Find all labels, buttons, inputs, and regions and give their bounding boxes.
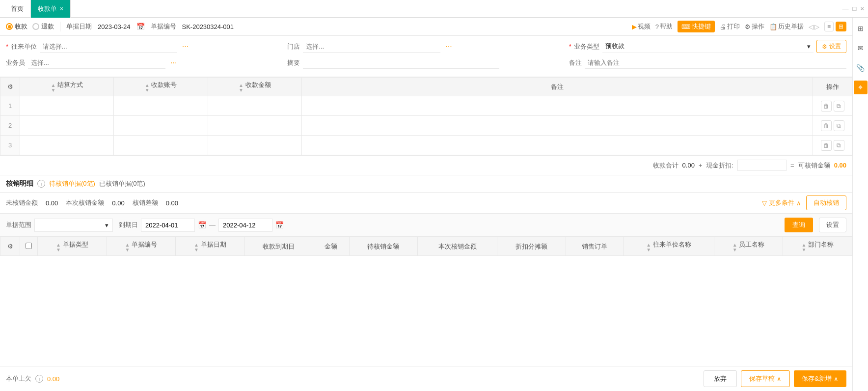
save-new-btn[interactable]: 保存&新增 ∧	[794, 370, 846, 387]
save-draft-btn[interactable]: 保存草稿 ∧	[741, 370, 790, 387]
row-3-delete-btn[interactable]: 🗑	[821, 140, 832, 151]
refund-radio[interactable]: 退款	[32, 22, 54, 31]
row-1-copy-btn[interactable]: ⧉	[834, 101, 844, 112]
video-btn[interactable]: ▶ 视频	[632, 22, 651, 31]
nav-arrows: ◁ ▷	[809, 23, 819, 30]
close-btn[interactable]: ×	[860, 5, 864, 12]
bottom-table-container: ⚙ ▲▼ 单据类型 ▲▼ 单据编号 ▲▼	[0, 237, 852, 366]
reconcile-title: 核销明细	[6, 179, 33, 188]
receipt-radio-dot	[6, 23, 13, 30]
maximize-btn[interactable]: □	[853, 5, 857, 12]
row-1-settlement[interactable]	[20, 96, 114, 116]
store-more-btn[interactable]: ···	[443, 42, 454, 51]
list-view-btn[interactable]: ≡	[824, 22, 834, 31]
bt-pending-header: 待核销金额	[349, 237, 418, 256]
store-input[interactable]	[303, 41, 440, 53]
col-settings-header[interactable]: ⚙	[0, 78, 20, 96]
counterpart-input[interactable]	[40, 41, 177, 53]
prev-arrow[interactable]: ◁	[809, 23, 814, 30]
row-3-note[interactable]	[302, 136, 813, 155]
row-2-note[interactable]	[302, 116, 813, 136]
note-label: 备注	[569, 58, 582, 67]
receipt-radio-label: 收款	[15, 22, 27, 31]
bt-staff-header: ▲▼ 员工名称	[714, 237, 783, 256]
row-1-account[interactable]	[114, 96, 208, 116]
unclaimed-value: 0.00	[46, 199, 58, 207]
from-date-input[interactable]	[141, 219, 195, 232]
row-1-note[interactable]	[302, 96, 813, 116]
counterpart-more-btn[interactable]: ···	[180, 42, 190, 51]
sidebar-email-btn[interactable]: ✉	[854, 41, 868, 55]
abandon-btn[interactable]: 放弃	[704, 370, 737, 387]
date-label: 单据日期	[66, 22, 92, 31]
tab-home[interactable]: 首页	[4, 0, 31, 18]
shortcut-btn[interactable]: ⌨ 快捷键	[678, 21, 715, 32]
row-2-delete-btn[interactable]: 🗑	[821, 120, 832, 131]
search-settings-btn[interactable]: 设置	[819, 218, 846, 232]
unclaimed-label: 未核销金额	[6, 198, 38, 207]
help-btn[interactable]: ? 帮助	[655, 22, 673, 31]
row-2-account[interactable]	[114, 116, 208, 136]
reconcile-info-icon[interactable]: i	[37, 180, 45, 188]
prev-info-icon[interactable]: i	[35, 375, 43, 383]
keyboard-icon: ⌨	[681, 23, 691, 30]
reconcile-area: 未核销金额 0.00 本次核销金额 0.00 核销差额 0.00 ▽ 更多条件 …	[0, 193, 852, 366]
history-btn[interactable]: 📋 历史单据	[769, 22, 804, 31]
row-3-account[interactable]	[114, 136, 208, 155]
dropdown-icon: ▾	[807, 43, 811, 50]
tab-receipt[interactable]: 收款单 ×	[31, 0, 71, 18]
col-note-header: 备注	[302, 78, 813, 96]
row-1-delete-btn[interactable]: 🗑	[821, 101, 832, 112]
sidebar-table-btn[interactable]: ⊞	[854, 22, 868, 35]
to-date-calendar-icon[interactable]: 📅	[275, 221, 284, 229]
form-view-btn[interactable]: ⊞	[836, 22, 846, 31]
row-3-amount[interactable]	[208, 136, 301, 155]
toolbar-right: ▶ 视频 ? 帮助 ⌨ 快捷键 🖨 打印 ⚙ 操作 📋 历史单据	[632, 21, 846, 32]
biz-type-select[interactable]: 预收款 ▾	[602, 40, 814, 53]
row-2-settlement[interactable]	[20, 116, 114, 136]
sidebar-attachment-btn[interactable]: 📎	[854, 61, 868, 75]
form-settings-btn[interactable]: ⚙ 设置	[816, 40, 846, 53]
row-3-settlement[interactable]	[20, 136, 114, 155]
done-tab-link[interactable]: 已核销单据(0笔)	[99, 179, 145, 188]
receipt-refund-group: 收款 退款	[6, 22, 54, 31]
bt-settings-header[interactable]: ⚙	[0, 237, 20, 256]
staff-input[interactable]	[28, 57, 165, 69]
discount-input[interactable]	[737, 160, 787, 171]
range-select[interactable]: ▾	[34, 219, 113, 232]
sidebar-screenshot-btn[interactable]: ⌖	[854, 81, 868, 94]
available-value: 0.00	[834, 162, 846, 169]
print-btn[interactable]: 🖨 打印	[720, 22, 740, 31]
diff-value: 0.00	[166, 199, 178, 207]
number-label: 单据编号	[151, 22, 176, 31]
calendar-icon[interactable]: 📅	[136, 23, 145, 30]
row-2-copy-btn[interactable]: ⧉	[834, 120, 844, 131]
receipt-radio[interactable]: 收款	[6, 22, 27, 31]
to-date-input[interactable]	[218, 219, 272, 232]
staff-more-btn[interactable]: ···	[168, 58, 179, 67]
query-btn[interactable]: 查询	[785, 218, 813, 232]
pending-tab-link[interactable]: 待核销单据(0笔)	[49, 179, 95, 188]
due-date-label: 到期日	[119, 221, 138, 229]
date-separator: —	[209, 222, 216, 229]
summary-input[interactable]	[303, 57, 499, 69]
col-account-header: ▲▼ 收款账号	[114, 78, 208, 96]
row-2-amount[interactable]	[208, 116, 301, 136]
filter-icon: ▽	[762, 199, 767, 207]
tab-receipt-close[interactable]: ×	[60, 5, 63, 12]
bt-discount-header: 折扣分摊额	[497, 237, 566, 256]
next-arrow[interactable]: ▷	[814, 23, 819, 30]
tab-bar: 首页 收款单 × — □ ×	[0, 0, 868, 18]
more-conditions-btn[interactable]: ▽ 更多条件 ∧	[762, 198, 801, 207]
bt-counterpart-header: ▲▼ 往来单位名称	[624, 237, 714, 256]
note-input[interactable]	[585, 57, 846, 69]
row-3-copy-btn[interactable]: ⧉	[834, 140, 844, 151]
auto-reconcile-btn[interactable]: 自动核销	[806, 196, 846, 210]
range-dropdown-icon: ▾	[105, 222, 108, 229]
operation-btn[interactable]: ⚙ 操作	[745, 22, 764, 31]
select-all-checkbox[interactable]	[26, 243, 32, 249]
row-1-amount[interactable]	[208, 96, 301, 116]
from-date-calendar-icon[interactable]: 📅	[198, 221, 206, 229]
summary-label: 摘要	[287, 58, 300, 67]
minimize-btn[interactable]: —	[842, 5, 849, 12]
